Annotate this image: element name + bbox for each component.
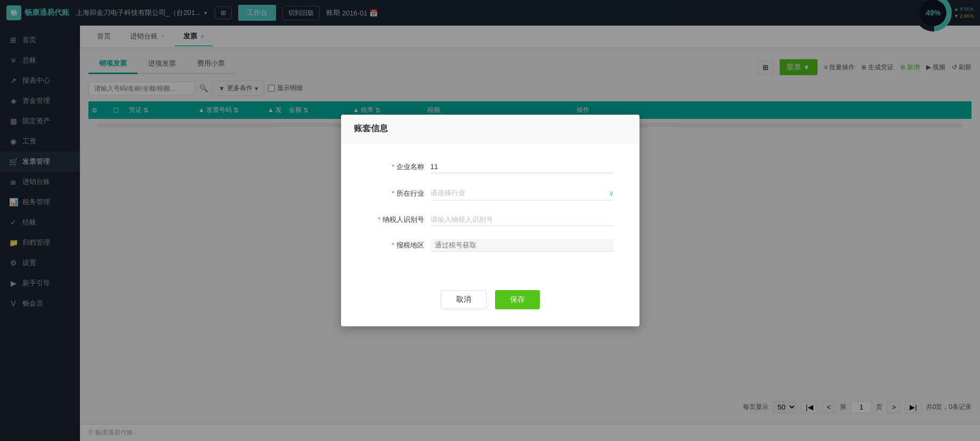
form-row-company: * 企业名称 xyxy=(367,161,614,173)
tax-id-input[interactable] xyxy=(431,213,614,226)
dialog-overlay: 账套信息 * 企业名称 * 所在行业 请选择行业 ∨ xyxy=(0,0,980,441)
form-row-tax-id: * 纳税人识别号 xyxy=(367,213,614,226)
industry-select[interactable]: 请选择行业 ∨ xyxy=(431,186,614,201)
required-mark-2: * xyxy=(392,189,394,197)
company-name-input[interactable] xyxy=(431,161,614,173)
dialog-body: * 企业名称 * 所在行业 请选择行业 ∨ * xyxy=(341,143,639,282)
industry-placeholder: 请选择行业 xyxy=(431,188,465,198)
cancel-button[interactable]: 取消 xyxy=(441,290,487,309)
dialog-footer: 取消 保存 xyxy=(341,282,639,326)
industry-label: * 所在行业 xyxy=(367,189,431,198)
form-row-tax-region: * 报税地区 xyxy=(367,239,614,252)
account-info-dialog: 账套信息 * 企业名称 * 所在行业 请选择行业 ∨ xyxy=(341,115,639,326)
company-label: * 企业名称 xyxy=(367,162,431,172)
dialog-header: 账套信息 xyxy=(341,115,639,143)
save-button[interactable]: 保存 xyxy=(495,290,540,309)
industry-field-label: 所在行业 xyxy=(396,189,424,197)
industry-chevron-icon: ∨ xyxy=(609,189,614,197)
tax-id-label: * 纳税人识别号 xyxy=(367,215,431,224)
required-mark-3: * xyxy=(378,215,380,223)
tax-region-input xyxy=(431,239,614,252)
required-mark-4: * xyxy=(392,241,394,249)
tax-region-label: * 报税地区 xyxy=(367,240,431,250)
tax-id-field-label: 纳税人识别号 xyxy=(383,215,424,223)
required-mark: * xyxy=(392,163,394,171)
form-row-industry: * 所在行业 请选择行业 ∨ xyxy=(367,186,614,201)
company-field-label: 企业名称 xyxy=(396,163,424,171)
tax-region-field-label: 报税地区 xyxy=(396,241,424,249)
dialog-title: 账套信息 xyxy=(354,124,388,133)
